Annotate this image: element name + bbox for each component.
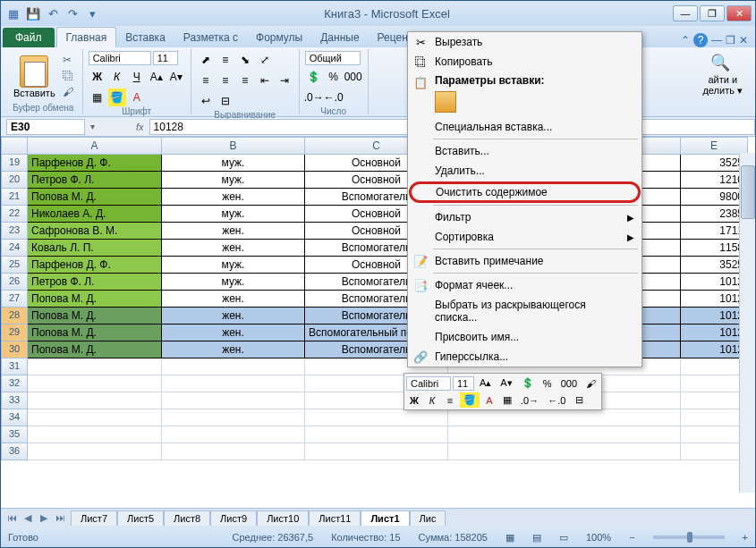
first-sheet-button[interactable]: ⏮	[4, 512, 19, 524]
mdi-close-icon[interactable]: ✕	[739, 34, 748, 46]
mini-bold[interactable]: Ж	[406, 393, 422, 408]
cut-icon[interactable]: ✂	[63, 54, 77, 68]
cell[interactable]	[681, 409, 748, 426]
mdi-restore-icon[interactable]: ❐	[726, 34, 735, 46]
ctx-cut[interactable]: ✂Вырезать	[408, 32, 641, 52]
cell[interactable]	[681, 392, 748, 409]
cell[interactable]	[28, 375, 162, 392]
row-header[interactable]: 20	[1, 172, 28, 189]
fill-color-button[interactable]: 🪣	[108, 89, 126, 106]
row-header[interactable]: 32	[1, 375, 28, 392]
close-button[interactable]: ✕	[726, 5, 752, 21]
row-header[interactable]: 21	[1, 189, 28, 206]
tab-data[interactable]: Данные	[311, 28, 368, 47]
mini-italic[interactable]: К	[424, 393, 440, 408]
scrollbar-thumb[interactable]	[741, 165, 755, 219]
cell[interactable]: муж.	[162, 155, 305, 172]
zoom-level[interactable]: 100%	[586, 532, 611, 543]
cell[interactable]	[162, 392, 305, 409]
cell[interactable]	[305, 426, 448, 443]
redo-icon[interactable]: ↷	[64, 4, 81, 22]
cell[interactable]: 3525	[681, 155, 748, 172]
row-header[interactable]: 30	[1, 341, 28, 358]
row-header[interactable]: 34	[1, 409, 28, 426]
sheet-tab[interactable]: Лист9	[210, 510, 257, 526]
row-header[interactable]: 27	[1, 291, 28, 308]
ctx-sort[interactable]: Сортировка▶	[408, 227, 641, 247]
cell[interactable]: Николаев А. Д.	[28, 206, 162, 223]
zoom-slider[interactable]	[653, 535, 725, 539]
align-bottom-button[interactable]: ⬊	[236, 51, 254, 69]
maximize-button[interactable]: ❐	[700, 5, 725, 21]
cell[interactable]: 1012	[681, 291, 748, 308]
font-color-button[interactable]: A	[128, 89, 146, 106]
sheet-tab[interactable]: Лист5	[117, 510, 164, 526]
underline-button[interactable]: Ч	[128, 68, 146, 86]
decrease-decimal-button[interactable]: ←.0	[325, 89, 343, 106]
cell[interactable]	[448, 443, 681, 460]
number-format-select[interactable]	[305, 51, 361, 65]
cell[interactable]: жен.	[162, 308, 305, 325]
row-header[interactable]: 24	[1, 240, 28, 257]
view-pagebreak-icon[interactable]: ▭	[559, 532, 568, 544]
cell[interactable]	[162, 409, 305, 426]
sheet-tab[interactable]: Лист11	[309, 510, 361, 526]
zoom-in-button[interactable]: +	[743, 532, 748, 543]
row-header[interactable]: 19	[1, 155, 28, 172]
col-header-a[interactable]: A	[28, 137, 162, 155]
row-header[interactable]: 28	[1, 308, 28, 325]
minimize-ribbon-icon[interactable]: ⌃	[681, 34, 690, 46]
undo-icon[interactable]: ↶	[44, 4, 62, 22]
indent-inc-button[interactable]: ⇥	[276, 72, 293, 89]
tab-layout[interactable]: Разметка с	[174, 28, 247, 47]
cell[interactable]: жен.	[162, 189, 305, 206]
ctx-insert[interactable]: Вставить...	[408, 141, 641, 161]
row-header[interactable]: 31	[1, 358, 28, 375]
row-header[interactable]: 33	[1, 392, 28, 409]
merge-button[interactable]: ⊟	[217, 92, 234, 110]
shrink-font-button[interactable]: A▾	[167, 68, 185, 86]
cell[interactable]	[28, 409, 162, 426]
cell[interactable]: Парфенов Д. Ф.	[28, 155, 162, 172]
mini-grow-font[interactable]: A▴	[476, 375, 495, 391]
mini-percent[interactable]: %	[539, 376, 556, 391]
orientation-button[interactable]: ⤢	[256, 51, 274, 69]
ctx-clear-contents[interactable]: Очистить содержимое	[409, 181, 641, 203]
mini-merge[interactable]: ⊟	[571, 392, 587, 408]
tab-insert[interactable]: Вставка	[116, 28, 174, 47]
cell[interactable]	[28, 443, 162, 460]
mini-comma[interactable]: 000	[557, 376, 581, 391]
row-header[interactable]: 23	[1, 223, 28, 240]
mdi-minimize-icon[interactable]: —	[711, 34, 722, 46]
name-box[interactable]	[6, 119, 85, 135]
cell[interactable]: муж.	[162, 172, 305, 189]
cell[interactable]	[448, 409, 681, 426]
select-all-corner[interactable]	[1, 137, 28, 155]
format-painter-icon[interactable]: 🖌	[63, 86, 77, 100]
cell[interactable]: 1012	[681, 274, 748, 291]
align-right-button[interactable]: ≡	[236, 72, 254, 89]
mini-align-center[interactable]: ≡	[442, 393, 458, 408]
help-icon[interactable]: ?	[693, 33, 708, 47]
cell[interactable]: Сафронова В. М.	[28, 223, 162, 240]
cell[interactable]: 2385	[681, 206, 748, 223]
sheet-tab[interactable]: Лист8	[164, 510, 210, 526]
cell[interactable]	[162, 358, 305, 375]
mini-font-name[interactable]	[406, 376, 451, 391]
col-header-e[interactable]: E	[681, 137, 748, 155]
cell[interactable]: муж.	[162, 257, 305, 274]
ctx-delete[interactable]: Удалить...	[408, 161, 641, 181]
ctx-insert-comment[interactable]: 📝Вставить примечание	[408, 251, 641, 271]
ctx-paste-options[interactable]	[408, 89, 641, 117]
align-middle-button[interactable]: ≡	[217, 51, 234, 69]
ctx-copy[interactable]: ⿻Копировать	[408, 52, 641, 72]
cell[interactable]: муж.	[162, 274, 305, 291]
binoculars-icon[interactable]: 🔍	[710, 53, 735, 74]
view-normal-icon[interactable]: ▦	[505, 532, 514, 544]
sheet-tab[interactable]: Лист10	[257, 510, 309, 526]
mini-borders[interactable]: ▦	[499, 392, 515, 408]
mini-font-color[interactable]: A	[481, 393, 497, 408]
sheet-tab[interactable]: Лис	[410, 510, 446, 526]
italic-button[interactable]: К	[108, 68, 126, 86]
percent-button[interactable]: %	[325, 68, 343, 86]
